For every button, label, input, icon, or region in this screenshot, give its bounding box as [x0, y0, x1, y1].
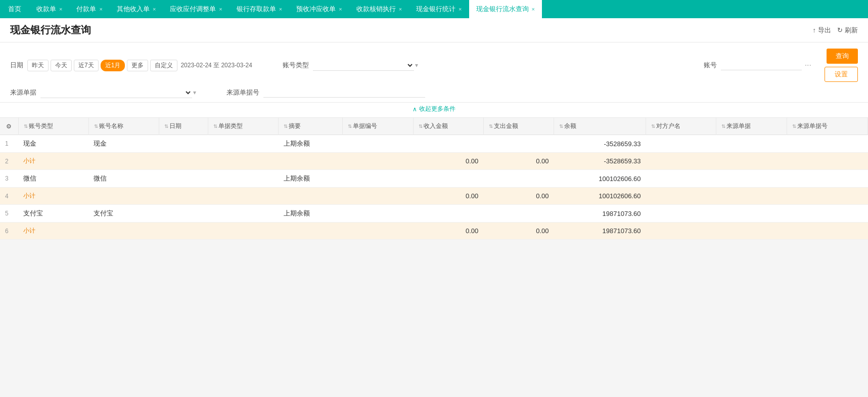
- cell-doc-no: [343, 153, 413, 170]
- close-icon[interactable]: ×: [153, 6, 156, 12]
- nav-home[interactable]: 首页: [0, 0, 29, 18]
- nav-tab-xianjinyinhang[interactable]: 现金银行统计 ×: [409, 0, 469, 18]
- source-doc-label: 来源单据: [10, 88, 36, 97]
- cell-summary: [279, 188, 343, 205]
- source-doc-num-input[interactable]: [263, 87, 425, 98]
- cell-expense: [483, 135, 554, 153]
- refresh-button[interactable]: ↻ 刷新: [837, 26, 858, 35]
- date-btn-yesterday[interactable]: 昨天: [27, 60, 49, 71]
- nav-tab-yushou[interactable]: 预收冲应收单 ×: [289, 0, 349, 18]
- data-table: ⚙ ⇅账号类型 ⇅账号名称 ⇅日期 ⇅单据类型 ⇅摘要 ⇅单据编号 ⇅收入金额 …: [0, 118, 868, 240]
- cell-summary: 上期余额: [279, 170, 343, 188]
- close-icon[interactable]: ×: [532, 6, 535, 12]
- dots-icon[interactable]: ···: [805, 61, 811, 70]
- close-icon[interactable]: ×: [219, 6, 222, 12]
- cell-num: 4: [0, 188, 18, 205]
- cell-expense: 0.00: [483, 188, 554, 205]
- cell-account-type: 微信: [18, 170, 88, 188]
- table-row: 5 支付宝 支付宝 上期余额 19871073.60: [0, 205, 868, 223]
- nav-tab-yinhangcun[interactable]: 银行存取款单 ×: [230, 0, 289, 18]
- account-type-label: 账号类型: [283, 61, 309, 70]
- top-nav: 首页 收款单 × 付款单 × 其他收入单 × 应收应付调整单 × 银行存取款单 …: [0, 0, 868, 18]
- collapse-bar[interactable]: ∧ 收起更多条件: [0, 103, 868, 118]
- export-icon: ↑: [813, 26, 816, 34]
- col-account-name: ⇅账号名称: [88, 118, 159, 135]
- table-row: 3 微信 微信 上期余额 100102606.60: [0, 170, 868, 188]
- nav-tab-qitasd[interactable]: 其他收入单 ×: [110, 0, 163, 18]
- cell-account-type: 小计: [18, 153, 88, 170]
- cell-counterpart: [646, 223, 716, 240]
- cell-source-doc-no: [787, 205, 867, 223]
- nav-tab-fukuandan[interactable]: 付款单 ×: [69, 0, 109, 18]
- cell-source-doc: [716, 188, 787, 205]
- cell-source-doc-no: [787, 135, 867, 153]
- query-button[interactable]: 查询: [827, 49, 858, 64]
- source-doc-chevron-icon: ▾: [193, 89, 196, 96]
- filter-area: 日期 昨天 今天 近7天 近1月 更多 自定义 2023-02-24 至 202…: [0, 42, 868, 103]
- cell-source-doc-no: [787, 170, 867, 188]
- close-icon[interactable]: ×: [459, 6, 462, 12]
- source-doc-select[interactable]: [40, 87, 192, 98]
- table-row: 6 小计 0.00 0.00 19871073.60: [0, 223, 868, 240]
- nav-tab-shoukuandan[interactable]: 收款单 ×: [29, 0, 69, 18]
- cell-account-type: 现金: [18, 135, 88, 153]
- col-date: ⇅日期: [159, 118, 208, 135]
- settings-button[interactable]: 设置: [825, 67, 858, 82]
- col-expense: ⇅支出金额: [483, 118, 554, 135]
- date-btn-1month[interactable]: 近1月: [101, 60, 125, 71]
- col-counterpart: ⇅对方户名: [646, 118, 716, 135]
- cell-date: [159, 170, 208, 188]
- col-account-type: ⇅账号类型: [18, 118, 88, 135]
- cell-account-name: 现金: [88, 135, 159, 153]
- cell-num: 3: [0, 170, 18, 188]
- close-icon[interactable]: ×: [399, 6, 402, 12]
- nav-tab-liushui[interactable]: 现金银行流水查询 ×: [469, 0, 542, 18]
- close-icon[interactable]: ×: [279, 6, 282, 12]
- date-btn-7days[interactable]: 近7天: [74, 60, 99, 71]
- page-header: 现金银行流水查询 ↑ 导出 ↻ 刷新: [0, 18, 868, 42]
- table-body: 1 现金 现金 上期余额 -3528659.33 2 小计 0.00 0.00 …: [0, 135, 868, 240]
- cell-doc-type: [208, 170, 279, 188]
- cell-income: [413, 205, 483, 223]
- cell-summary: [279, 223, 343, 240]
- cell-balance: -3528659.33: [554, 135, 646, 153]
- cell-source-doc-no: [787, 223, 867, 240]
- cell-counterpart: [646, 188, 716, 205]
- cell-expense: [483, 170, 554, 188]
- cell-summary: 上期余额: [279, 135, 343, 153]
- date-btn-custom[interactable]: 自定义: [150, 60, 177, 71]
- cell-income: 0.00: [413, 188, 483, 205]
- close-icon[interactable]: ×: [99, 6, 102, 12]
- cell-doc-type: [208, 135, 279, 153]
- account-input[interactable]: [721, 60, 802, 70]
- cell-counterpart: [646, 205, 716, 223]
- gear-icon[interactable]: ⚙: [6, 123, 12, 130]
- cell-date: [159, 135, 208, 153]
- cell-source-doc: [716, 135, 787, 153]
- close-icon[interactable]: ×: [59, 6, 62, 12]
- cell-doc-no: [343, 205, 413, 223]
- cell-doc-type: [208, 223, 279, 240]
- cell-source-doc-no: [787, 188, 867, 205]
- cell-expense: 0.00: [483, 223, 554, 240]
- refresh-icon: ↻: [837, 26, 843, 34]
- cell-doc-type: [208, 188, 279, 205]
- export-button[interactable]: ↑ 导出: [813, 26, 832, 35]
- close-icon[interactable]: ×: [339, 6, 342, 12]
- cell-summary: 上期余额: [279, 205, 343, 223]
- nav-tab-yingshouyingfu[interactable]: 应收应付调整单 ×: [163, 0, 229, 18]
- cell-num: 5: [0, 205, 18, 223]
- table-row: 2 小计 0.00 0.00 -3528659.33: [0, 153, 868, 170]
- date-btn-today[interactable]: 今天: [51, 60, 72, 71]
- cell-source-doc: [716, 153, 787, 170]
- date-btn-more[interactable]: 更多: [127, 60, 148, 71]
- table-row: 1 现金 现金 上期余额 -3528659.33: [0, 135, 868, 153]
- account-type-chevron-icon: ▾: [415, 62, 418, 69]
- nav-tab-shoukuanhexiao[interactable]: 收款核销执行 ×: [349, 0, 409, 18]
- cell-counterpart: [646, 135, 716, 153]
- account-type-select[interactable]: [313, 60, 414, 71]
- chevron-up-icon: ∧: [413, 106, 417, 113]
- cell-doc-no: [343, 170, 413, 188]
- date-label: 日期: [10, 61, 23, 70]
- account-label: 账号: [704, 61, 717, 70]
